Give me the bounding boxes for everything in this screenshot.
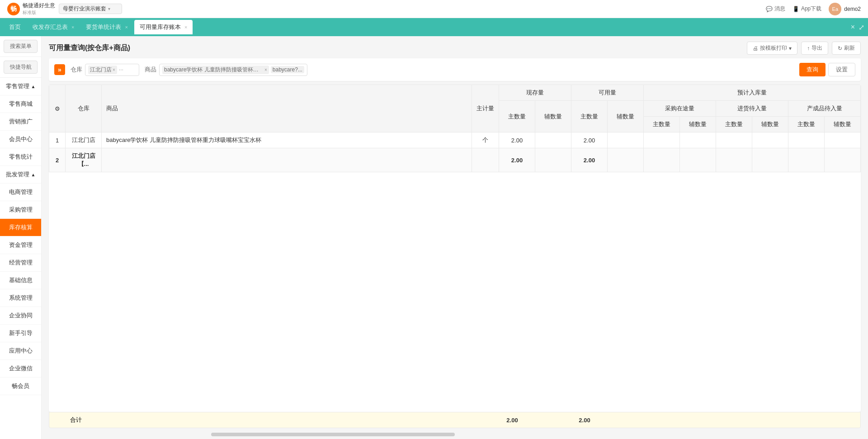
app-download-button[interactable]: 📱 App下载 <box>793 5 821 13</box>
sidebar-item-app-center[interactable]: 应用中心 <box>0 342 41 360</box>
refresh-button[interactable]: ↻ 刷新 <box>832 42 861 55</box>
tab-controls: × ⤢ <box>851 23 864 32</box>
avail-aux-header: 辅数量 <box>608 101 644 132</box>
incoming-main-header: 主数量 <box>716 117 752 132</box>
footer-label: 合计 <box>70 416 106 424</box>
sidebar-item-marketing[interactable]: 营销推广 <box>0 113 41 131</box>
settings-button[interactable]: 设置 <box>828 63 855 76</box>
subtotal-row: 2 江北门店【... 2.00 2.00 <box>49 148 861 172</box>
row-index: 1 <box>49 132 66 148</box>
row-incoming-aux <box>752 132 788 148</box>
export-button[interactable]: ↑ 导出 <box>801 42 828 55</box>
tab-order-stats[interactable]: 要货单统计表 × <box>80 20 133 34</box>
stock-aux-header: 辅数量 <box>535 101 571 132</box>
sidebar-search-section: 搜索菜单 <box>0 36 41 57</box>
close-icon[interactable]: × <box>184 24 187 30</box>
filter-row: » 仓库 江北门店 × ··· 商品 babycare学饮杯 儿童防摔防撞吸管杯… <box>49 58 861 81</box>
user-area[interactable]: Ea demo2 <box>829 3 861 15</box>
page-actions: 🖨 按模板打印 ▾ ↑ 导出 ↻ 刷新 <box>747 42 861 55</box>
sidebar-item-wholesale-management[interactable]: 批发管理 ▲ <box>0 166 41 184</box>
content-area: 可用量查询(按仓库+商品) 🖨 按模板打印 ▾ ↑ 导出 ↻ 刷新 » <box>42 36 868 439</box>
sidebar-item-purchase[interactable]: 采购管理 <box>0 201 41 219</box>
main-layout: 搜索菜单 快捷导航 零售管理 ▲ 零售商城 营销推广 会员中心 零售统计 批发管… <box>0 36 868 439</box>
purchase-transit-group-header: 采购在途量 <box>644 101 716 117</box>
data-table: ⚙ 仓库 商品 主计量 现存量 可用量 预计入库量 主数量 辅数量 主数量 辅数… <box>49 85 861 172</box>
quick-nav-button[interactable]: 快捷导航 <box>4 61 38 74</box>
sidebar-item-retail-management[interactable]: 零售管理 ▲ <box>0 78 41 95</box>
sidebar-item-inventory[interactable]: 库存核算 <box>0 219 41 236</box>
stock-group-header: 现存量 <box>499 85 571 101</box>
sidebar-item-new-guide[interactable]: 新手引导 <box>0 325 41 342</box>
filter-actions: 查询 设置 <box>799 63 855 76</box>
available-group-header: 可用量 <box>571 85 644 101</box>
close-all-tabs-button[interactable]: × <box>851 23 855 31</box>
sidebar-item-operations[interactable]: 经营管理 <box>0 254 41 272</box>
refresh-icon: ↻ <box>838 45 842 52</box>
tab-home[interactable]: 首页 <box>4 20 26 34</box>
sidebar-item-membership[interactable]: 会员中心 <box>0 131 41 148</box>
query-button[interactable]: 查询 <box>799 63 826 76</box>
search-menu-button[interactable]: 搜索菜单 <box>4 40 38 53</box>
horizontal-scrollbar[interactable] <box>49 432 861 437</box>
production-group-header: 产成品待入量 <box>788 101 861 117</box>
product-tag-input[interactable]: babycare学饮杯 儿童防摔防撞吸管杯重力球吸嘴杯宝宝水杯 × babyca… <box>159 64 307 76</box>
pur-transit-main-header: 主数量 <box>644 117 680 132</box>
subtotal-avail-aux <box>608 148 644 172</box>
subtotal-incoming-aux <box>752 148 788 172</box>
sidebar-item-finance[interactable]: 资金管理 <box>0 236 41 254</box>
scrollbar-thumb[interactable] <box>211 433 455 436</box>
message-icon: 💬 <box>766 6 773 12</box>
print-button[interactable]: 🖨 按模板打印 ▾ <box>747 42 797 55</box>
footer-stock-main: 2.00 <box>494 417 530 424</box>
subtotal-stock-main: 2.00 <box>499 148 535 172</box>
tab-receive-send-summary[interactable]: 收发存汇总表 × <box>27 20 80 34</box>
product-filter: 商品 babycare学饮杯 儿童防摔防撞吸管杯重力球吸嘴杯宝宝水杯 × bab… <box>145 64 307 76</box>
tab-available-stock[interactable]: 可用量库存账本 × <box>134 20 193 34</box>
subtotal-product <box>102 148 472 172</box>
sidebar-item-system[interactable]: 系统管理 <box>0 289 41 307</box>
tag-close-icon[interactable]: × <box>113 67 115 72</box>
product-col-header: 商品 <box>102 85 472 132</box>
row-pur-transit-main <box>644 132 680 148</box>
close-icon[interactable]: × <box>71 24 74 30</box>
sidebar-item-enterprise-collab[interactable]: 企业协同 <box>0 307 41 325</box>
row-warehouse: 江北门店 <box>66 132 102 148</box>
close-icon[interactable]: × <box>125 24 127 30</box>
message-button[interactable]: 💬 消息 <box>766 5 785 13</box>
avail-main-header: 主数量 <box>571 101 608 132</box>
row-prod-aux <box>825 132 861 148</box>
avatar: Ea <box>829 3 841 15</box>
filter-expand-button[interactable]: » <box>54 64 65 75</box>
prod-aux-header: 辅数量 <box>825 117 861 132</box>
subtotal-pur-transit-aux <box>680 148 716 172</box>
nav-tabs-bar: 首页 收发存汇总表 × 要货单统计表 × 可用量库存账本 × × ⤢ <box>0 18 868 36</box>
page-title: 可用量查询(按仓库+商品) <box>49 43 130 53</box>
header-right: 💬 消息 📱 App下载 Ea demo2 <box>766 3 861 15</box>
subtotal-warehouse: 江北门店【... <box>66 148 102 172</box>
pur-transit-aux-header: 辅数量 <box>680 117 716 132</box>
row-pur-transit-aux <box>680 132 716 148</box>
warehouse-tag-input[interactable]: 江北门店 × ··· <box>85 64 139 76</box>
sidebar-item-basic-info[interactable]: 基础信息 <box>0 272 41 289</box>
row-prod-main <box>788 132 825 148</box>
sidebar-item-retail-stats[interactable]: 零售统计 <box>0 148 41 166</box>
tag-close-icon[interactable]: × <box>264 67 267 72</box>
subtotal-prod-main <box>788 148 825 172</box>
subtotal-unit <box>472 148 499 172</box>
page-header: 可用量查询(按仓库+商品) 🖨 按模板打印 ▾ ↑ 导出 ↻ 刷新 <box>42 36 868 58</box>
industry-selector[interactable]: 母婴行业演示账套 ▾ <box>59 4 122 14</box>
gear-icon[interactable]: ⚙ <box>55 105 60 112</box>
export-icon: ↑ <box>807 45 810 52</box>
row-unit: 个 <box>472 132 499 148</box>
footer-avail-main: 2.00 <box>566 417 603 424</box>
row-incoming-main <box>716 132 752 148</box>
download-icon: 📱 <box>793 6 799 12</box>
sidebar-item-ecommerce[interactable]: 电商管理 <box>0 184 41 201</box>
sidebar-item-vip[interactable]: 畅会员 <box>0 378 41 395</box>
sidebar-item-retail-mall[interactable]: 零售商城 <box>0 95 41 113</box>
sidebar-item-wechat-work[interactable]: 企业微信 <box>0 360 41 378</box>
warehouse-col-header: 仓库 <box>66 85 102 132</box>
logo-icon: 畅 <box>7 3 20 15</box>
subtotal-index: 2 <box>49 148 66 172</box>
expand-tabs-button[interactable]: ⤢ <box>859 23 864 32</box>
